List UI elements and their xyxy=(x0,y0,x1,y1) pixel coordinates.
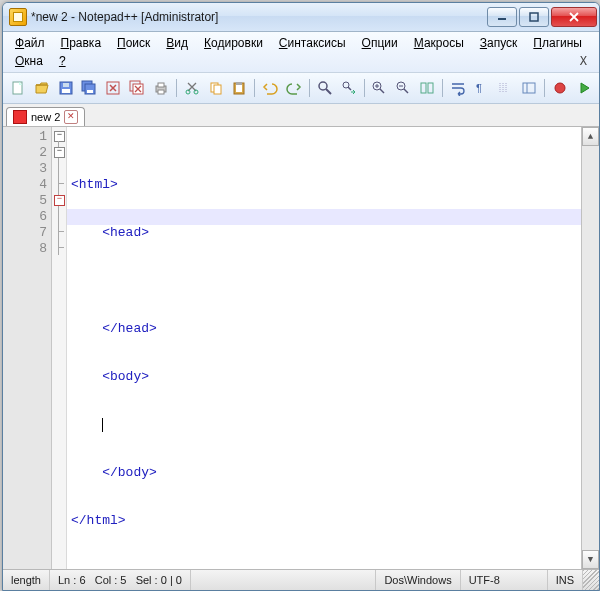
svg-rect-21 xyxy=(236,82,242,85)
unsaved-indicator-icon xyxy=(13,110,27,124)
svg-rect-30 xyxy=(421,83,426,93)
close-button[interactable] xyxy=(551,7,597,27)
status-insert-mode[interactable]: INS xyxy=(548,570,583,590)
fold-toggle[interactable]: − xyxy=(54,147,65,158)
current-line-highlight xyxy=(67,209,581,225)
close-all-icon[interactable] xyxy=(126,76,148,100)
file-tab-label: new 2 xyxy=(31,111,60,123)
svg-rect-13 xyxy=(158,83,164,87)
menu-search[interactable]: Поиск xyxy=(109,34,158,52)
svg-rect-5 xyxy=(63,83,69,87)
menu-syntax[interactable]: Синтаксисы xyxy=(271,34,354,52)
scroll-down-button[interactable]: ▼ xyxy=(582,550,599,569)
fold-toggle[interactable]: − xyxy=(54,195,65,206)
vertical-scrollbar[interactable]: ▲ ▼ xyxy=(581,127,599,569)
svg-rect-8 xyxy=(87,90,93,93)
menu-encoding[interactable]: Кодировки xyxy=(196,34,271,52)
folder-panel-icon[interactable] xyxy=(518,76,540,100)
svg-rect-18 xyxy=(214,85,221,94)
resize-grip[interactable] xyxy=(583,570,599,590)
line-number-gutter: 1234 5678 xyxy=(3,127,52,569)
text-caret xyxy=(102,418,103,432)
tab-close-button[interactable]: ✕ xyxy=(64,110,78,124)
svg-point-35 xyxy=(555,83,565,93)
undo-icon[interactable] xyxy=(259,76,281,100)
redo-icon[interactable] xyxy=(283,76,305,100)
open-file-icon[interactable] xyxy=(31,76,53,100)
status-eol[interactable]: Dos\Windows xyxy=(376,570,460,590)
svg-line-29 xyxy=(404,89,408,93)
menu-options[interactable]: Опции xyxy=(354,34,406,52)
print-icon[interactable] xyxy=(150,76,172,100)
menu-help[interactable]: ? xyxy=(51,52,74,70)
svg-rect-1 xyxy=(530,13,538,21)
save-icon[interactable] xyxy=(55,76,77,100)
app-icon xyxy=(9,8,27,26)
svg-rect-14 xyxy=(158,90,164,94)
new-file-icon[interactable] xyxy=(7,76,29,100)
svg-rect-31 xyxy=(428,83,433,93)
status-position: Ln : 6 Col : 5 Sel : 0 | 0 xyxy=(50,570,191,590)
zoom-out-icon[interactable] xyxy=(392,76,414,100)
svg-line-25 xyxy=(348,87,351,90)
minimize-button[interactable] xyxy=(487,7,517,27)
code-area[interactable]: <html> <head> </head> <body> </body> </h… xyxy=(67,127,581,569)
scroll-up-button[interactable]: ▲ xyxy=(582,127,599,146)
svg-line-23 xyxy=(326,89,331,94)
status-length: length xyxy=(3,570,50,590)
app-window: *new 2 - Notepad++ [Administrator] Файл … xyxy=(2,2,600,591)
cut-icon[interactable] xyxy=(181,76,203,100)
find-icon[interactable] xyxy=(314,76,336,100)
menu-file[interactable]: Файл xyxy=(7,34,53,52)
sync-scroll-icon[interactable] xyxy=(416,76,438,100)
word-wrap-icon[interactable] xyxy=(447,76,469,100)
save-all-icon[interactable] xyxy=(79,76,101,100)
editor[interactable]: 1234 5678 − − − <html> <head> </head> <b… xyxy=(3,127,599,569)
window-title: *new 2 - Notepad++ [Administrator] xyxy=(31,10,487,24)
play-macro-icon[interactable] xyxy=(573,76,595,100)
fold-toggle[interactable]: − xyxy=(54,131,65,142)
paste-icon[interactable] xyxy=(229,76,251,100)
fold-margin[interactable]: − − − xyxy=(52,127,67,569)
menu-plugins[interactable]: Плагины xyxy=(525,34,590,52)
svg-rect-20 xyxy=(236,85,242,92)
close-file-icon[interactable] xyxy=(102,76,124,100)
mdi-close-button[interactable]: X xyxy=(572,52,595,70)
record-macro-icon[interactable] xyxy=(549,76,571,100)
toolbar: ¶ xyxy=(3,73,599,104)
file-tab[interactable]: new 2 ✕ xyxy=(6,107,85,126)
menu-run[interactable]: Запуск xyxy=(472,34,526,52)
statusbar: length Ln : 6 Col : 5 Sel : 0 | 0 Dos\Wi… xyxy=(3,569,599,590)
svg-rect-4 xyxy=(62,89,70,93)
tabbar: new 2 ✕ xyxy=(3,104,599,127)
svg-point-22 xyxy=(319,82,327,90)
zoom-in-icon[interactable] xyxy=(368,76,390,100)
copy-icon[interactable] xyxy=(205,76,227,100)
titlebar[interactable]: *new 2 - Notepad++ [Administrator] xyxy=(3,3,599,32)
menu-windows[interactable]: Окна xyxy=(7,52,51,70)
indent-guide-icon[interactable] xyxy=(495,76,517,100)
replace-icon[interactable] xyxy=(338,76,360,100)
svg-rect-33 xyxy=(523,83,535,93)
menu-macros[interactable]: Макросы xyxy=(406,34,472,52)
menubar: Файл Правка Поиск Вид Кодировки Синтакси… xyxy=(3,32,599,73)
menu-edit[interactable]: Правка xyxy=(53,34,110,52)
window-controls xyxy=(487,7,597,27)
menu-view[interactable]: Вид xyxy=(158,34,196,52)
svg-text:¶: ¶ xyxy=(476,82,482,94)
show-all-chars-icon[interactable]: ¶ xyxy=(471,76,493,100)
maximize-button[interactable] xyxy=(519,7,549,27)
status-encoding[interactable]: UTF-8 xyxy=(461,570,548,590)
svg-line-27 xyxy=(380,89,384,93)
